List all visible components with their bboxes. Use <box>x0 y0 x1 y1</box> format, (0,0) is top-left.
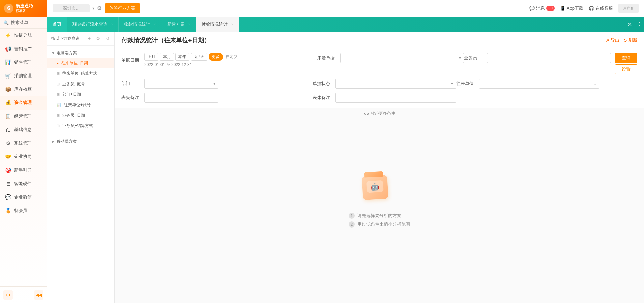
sidebar-item-member[interactable]: 🏅 畅会员 <box>0 204 47 217</box>
filter-date-btns: 上月 本月 本年 近7天 更多 自定义 <box>144 53 238 61</box>
date-btn-last-7[interactable]: 近7天 <box>191 53 207 61</box>
sidebar-item-system[interactable]: ⚙ 系统管理 <box>0 137 47 150</box>
filter-source-doc-item: 来源单据 ▾ <box>317 53 464 63</box>
sidebar-item-ops[interactable]: 📋 经营管理 <box>0 110 47 123</box>
date-btn-this-year[interactable]: 本年 <box>175 53 189 61</box>
left-panel: 按以下方案查询 + ⚙ ◁ ▶ 电脑端方案 ● 往来单位+日期 <box>47 32 115 303</box>
scheme-icon: ⊞ <box>57 92 60 97</box>
sidebar-item-label: 营销推广 <box>14 46 32 52</box>
tab-receipt-stats-close[interactable]: × <box>154 22 156 26</box>
scheme-item-label: 业务员+结算方式 <box>62 123 93 129</box>
scheme-active-icon: ● <box>57 61 59 65</box>
empty-hints: 1 请先选择要分析的方案 2 用过滤条件来缩小分析范围 <box>349 213 410 230</box>
tab-home[interactable]: 首页 <box>47 17 67 32</box>
filter-row-2: 部门 ▾ 单据状态 ▾ 往来单位 <box>121 79 637 89</box>
scheme-item-salesman-account[interactable]: ⊞ 业务员+账号 <box>47 79 114 89</box>
bottom-collapse-btn[interactable]: ◀◀ <box>34 290 43 300</box>
inventory-icon: 📦 <box>5 86 11 93</box>
search-icon: 🔍 <box>3 20 9 25</box>
sidebar-item-quick-nav[interactable]: ⚡ 快捷导航 <box>0 29 47 42</box>
sidebar-item-purchase[interactable]: 🛒 采购管理 <box>0 69 47 83</box>
notification-btn[interactable]: 💬 消息 99+ <box>529 5 555 11</box>
dept-select[interactable]: ▾ <box>144 79 218 89</box>
scheme-collapse-btn[interactable]: ◁ <box>104 35 110 42</box>
body-note-input[interactable] <box>335 93 456 103</box>
scheme-item-partner-settlement[interactable]: ⊞ 往来单位+结算方式 <box>47 68 114 79</box>
tab-close-all-btn[interactable]: ✕ <box>627 21 632 28</box>
base-icon: 🗂 <box>5 126 11 133</box>
scheme-item-salesman-date[interactable]: ⊞ 业务员+日期 <box>47 110 114 121</box>
empty-hint-2: 2 用过滤条件来缩小分析范围 <box>349 221 410 228</box>
query-btn[interactable]: 查询 <box>615 53 637 63</box>
filter-row-1: 单据日期 上月 本月 本年 近7天 更多 自定义 2022-01-01 至 20… <box>121 53 637 74</box>
desktop-scheme-title[interactable]: ▶ 电脑端方案 <box>47 48 114 58</box>
date-btn-this-month[interactable]: 本月 <box>160 53 174 61</box>
date-btn-last-month[interactable]: 上月 <box>144 53 158 61</box>
scheme-item-partner-account[interactable]: 📊 往来单位+账号 <box>47 100 114 110</box>
tab-new-scheme-close[interactable]: × <box>188 22 190 26</box>
tab-payment-stats-close[interactable]: × <box>231 22 233 26</box>
doc-status-label: 单据状态 <box>313 81 333 87</box>
mobile-scheme-title[interactable]: ▶ 移动端方案 <box>47 137 114 146</box>
export-icon: ↗ <box>606 38 609 43</box>
sidebar-item-sales[interactable]: 📊 销售管理 <box>0 56 47 69</box>
tab-new-scheme[interactable]: 新建方案 × <box>162 17 196 32</box>
tab-receipt-stats[interactable]: 收款情况统计 × <box>119 17 162 32</box>
scheme-item-salesman-settlement[interactable]: ⊞ 业务员+结算方式 <box>47 121 114 131</box>
tab-receipt-stats-label: 收款情况统计 <box>124 21 150 27</box>
body-note-label: 表体备注 <box>313 95 333 101</box>
tab-bank-flow-close[interactable]: × <box>111 22 113 26</box>
desktop-section-label: 电脑端方案 <box>57 50 77 56</box>
user-avatar[interactable]: 用户名 <box>618 4 639 13</box>
partner-select[interactable]: … <box>479 79 599 89</box>
refresh-btn[interactable]: ↻ 刷新 <box>623 37 637 43</box>
hint-2-text: 用过滤条件来缩小分析范围 <box>357 221 410 228</box>
logo-icon: 6 <box>4 4 13 13</box>
sidebar-item-collab[interactable]: 🤝 企业协同 <box>0 150 47 163</box>
sidebar-item-guide[interactable]: 🎯 新手引导 <box>0 163 47 177</box>
header-note-input[interactable] <box>144 93 218 103</box>
scheme-item-dept-date[interactable]: ⊞ 部门+日期 <box>47 89 114 100</box>
sidebar-item-base[interactable]: 🗂 基础信息 <box>0 123 47 137</box>
query-settings-group: 查询 设置 <box>615 53 637 74</box>
topbar-dropdown-arrow[interactable]: ▾ <box>92 6 94 11</box>
sidebar-item-label: 采购管理 <box>14 73 32 79</box>
add-scheme-btn[interactable]: + <box>86 35 93 42</box>
sidebar-item-marketing[interactable]: 📢 营销推广 <box>0 42 47 56</box>
trial-btn[interactable]: 体验行业方案 <box>105 3 140 13</box>
tab-expand-btn[interactable]: ⛶ <box>635 21 640 27</box>
settings-btn[interactable]: 设置 <box>615 64 637 74</box>
collapse-bar[interactable]: ∧∧ 收起更多条件 <box>115 108 644 119</box>
tab-bank-flow[interactable]: 现金银行流水查询 × <box>67 17 119 32</box>
member-icon: 🏅 <box>5 207 11 214</box>
right-content: 付款情况统计（往来单位+日期） ↗ 导出 ↻ 刷新 <box>115 32 644 303</box>
app-download-btn[interactable]: 📱 App下载 <box>560 5 583 11</box>
tab-new-scheme-label: 新建方案 <box>167 21 185 27</box>
online-service-btn[interactable]: 🎧 在线客服 <box>589 5 613 11</box>
sidebar-item-capital[interactable]: 💰 资金管理 <box>0 96 47 110</box>
doc-status-select[interactable]: ▾ <box>335 79 456 89</box>
sales-icon: 📊 <box>5 59 11 66</box>
scheme-settings-btn[interactable]: ⚙ <box>95 35 101 42</box>
scheme-item-label: 往来单位+结算方式 <box>62 71 97 77</box>
bottom-gear-btn[interactable]: ⚙ <box>3 290 13 300</box>
filter-doc-status-item: 单据状态 ▾ <box>313 79 456 89</box>
app-download-label: App下载 <box>567 5 583 11</box>
sidebar-item-wechat[interactable]: 💬 企业微信 <box>0 190 47 204</box>
filter-row-3: 表头备注 表体备注 <box>121 93 637 103</box>
tab-payment-stats[interactable]: 付款情况统计 × <box>196 17 239 32</box>
sidebar-item-label: 畅会员 <box>14 208 27 214</box>
partner-label: 往来单位 <box>456 81 476 87</box>
export-btn[interactable]: ↗ 导出 <box>606 37 619 43</box>
source-doc-select[interactable]: ▾ <box>340 53 464 63</box>
sidebar-item-inventory[interactable]: 📦 库存核算 <box>0 83 47 96</box>
date-btn-more[interactable]: 更多 <box>209 53 223 61</box>
sidebar-search[interactable]: 🔍 搜索菜单 <box>0 17 47 29</box>
scheme-icon: ⊞ <box>57 113 60 118</box>
salesman-label: 业务员 <box>464 55 484 61</box>
salesman-select[interactable]: … <box>487 53 611 63</box>
scheme-item-partner-date[interactable]: ● 往来单位+日期 <box>47 58 114 68</box>
topbar-gear-icon[interactable]: ⚙ <box>97 5 102 11</box>
tab-bank-flow-label: 现金银行流水查询 <box>72 21 108 27</box>
sidebar-item-hardware[interactable]: 🖥 智能硬件 <box>0 177 47 190</box>
